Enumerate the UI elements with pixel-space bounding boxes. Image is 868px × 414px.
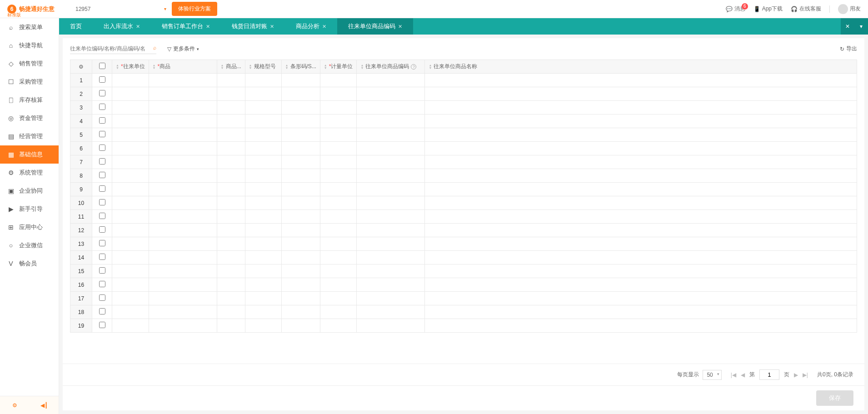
sidebar-item-0[interactable]: ⌕搜索菜单 [0,18,59,36]
cell-barcode[interactable] [281,142,320,155]
cell-unit[interactable] [320,319,357,333]
next-page-button[interactable]: ▶ [794,372,798,378]
cell-partner-code[interactable] [357,210,425,224]
cell-product-ext[interactable] [217,142,245,155]
cell-product[interactable] [149,292,217,305]
table-row[interactable]: 3 [70,101,857,115]
cell-product-ext[interactable] [217,292,245,305]
row-checkbox[interactable] [99,158,105,165]
cell-product[interactable] [149,101,217,115]
cell-barcode[interactable] [281,169,320,183]
cell-product-ext[interactable] [217,169,245,183]
cell-partner-name[interactable] [425,169,857,183]
sidebar-item-1[interactable]: ⌂快捷导航 [0,36,59,55]
cell-partner[interactable] [112,319,149,333]
sidebar-item-6[interactable]: ▤经营管理 [0,127,59,145]
column-partner-code[interactable]: ▲▼往来单位商品编码? [357,60,425,74]
table-row[interactable]: 6 [70,142,857,155]
cell-partner[interactable] [112,142,149,155]
messages-button[interactable]: 💬 消息 6 [726,5,745,13]
row-checkbox[interactable] [99,185,105,192]
close-icon[interactable]: ✕ [270,24,274,30]
sidebar-item-7[interactable]: ▦基础信息 [0,145,59,164]
table-row[interactable]: 5 [70,128,857,142]
cell-unit[interactable] [320,155,357,169]
cell-partner-name[interactable] [425,319,857,333]
row-checkbox[interactable] [99,267,105,274]
cell-unit[interactable] [320,128,357,142]
cell-barcode[interactable] [281,237,320,251]
cell-product[interactable] [149,115,217,128]
cell-partner-name[interactable] [425,155,857,169]
cell-barcode[interactable] [281,224,320,237]
row-checkbox[interactable] [99,117,105,124]
cell-partner-name[interactable] [425,251,857,264]
cell-product[interactable] [149,74,217,87]
cell-product-ext[interactable] [217,224,245,237]
table-row[interactable]: 17 [70,292,857,305]
cell-partner-code[interactable] [357,87,425,101]
table-row[interactable]: 15 [70,264,857,278]
cell-product[interactable] [149,169,217,183]
row-checkbox[interactable] [99,322,105,328]
prev-page-button[interactable]: ◀ [741,372,745,378]
cell-barcode[interactable] [281,128,320,142]
cell-product[interactable] [149,237,217,251]
cell-spec[interactable] [245,292,281,305]
row-checkbox[interactable] [99,240,105,246]
tab-menu-button[interactable]: ▾ [854,18,868,35]
cell-partner-code[interactable] [357,237,425,251]
cell-barcode[interactable] [281,74,320,87]
sidebar-item-5[interactable]: ◎资金管理 [0,109,59,127]
sidebar-item-11[interactable]: ⊞应用中心 [0,218,59,236]
table-row[interactable]: 8 [70,169,857,183]
select-all-checkbox[interactable] [99,63,105,69]
cell-spec[interactable] [245,319,281,333]
table-row[interactable]: 1 [70,74,857,87]
cell-partner-name[interactable] [425,142,857,155]
cell-product-ext[interactable] [217,264,245,278]
cell-product[interactable] [149,128,217,142]
cell-product[interactable] [149,224,217,237]
cell-product[interactable] [149,142,217,155]
close-icon[interactable]: ✕ [136,24,140,30]
save-button[interactable]: 保存 [816,390,853,406]
table-row[interactable]: 13 [70,237,857,251]
cell-barcode[interactable] [281,292,320,305]
cell-spec[interactable] [245,210,281,224]
cell-unit[interactable] [320,115,357,128]
cell-barcode[interactable] [281,319,320,333]
cell-unit[interactable] [320,87,357,101]
column-partner-name[interactable]: ▲▼往来单位商品名称 [425,60,857,74]
cell-partner-code[interactable] [357,155,425,169]
cell-product[interactable] [149,210,217,224]
cell-unit[interactable] [320,101,357,115]
cell-partner-code[interactable] [357,264,425,278]
cell-partner[interactable] [112,87,149,101]
cell-product[interactable] [149,278,217,292]
cell-barcode[interactable] [281,115,320,128]
cell-partner-code[interactable] [357,74,425,87]
row-checkbox[interactable] [99,90,105,96]
org-dropdown[interactable]: 12957 ▾ [75,6,166,12]
row-checkbox[interactable] [99,145,105,151]
cell-partner-name[interactable] [425,183,857,196]
column-barcode[interactable]: ▲▼条形码/S... [281,60,320,74]
cell-spec[interactable] [245,155,281,169]
app-download-button[interactable]: 📱 App下载 [753,5,783,13]
cell-partner-name[interactable] [425,278,857,292]
close-all-tabs-button[interactable]: ✕ [841,18,854,35]
column-unit[interactable]: ▲▼*计量单位 [320,60,357,74]
page-size-select[interactable]: 50 ▾ [703,370,721,380]
cell-spec[interactable] [245,74,281,87]
cell-product-ext[interactable] [217,278,245,292]
table-row[interactable]: 16 [70,278,857,292]
cell-product-ext[interactable] [217,196,245,210]
cell-spec[interactable] [245,183,281,196]
row-checkbox[interactable] [99,131,105,137]
sidebar-item-3[interactable]: ☐采购管理 [0,73,59,91]
cell-product-ext[interactable] [217,237,245,251]
tab-1[interactable]: 出入库流水✕ [93,18,151,35]
sidebar-item-10[interactable]: ▶新手引导 [0,200,59,218]
column-settings[interactable]: ⚙ [70,60,92,74]
